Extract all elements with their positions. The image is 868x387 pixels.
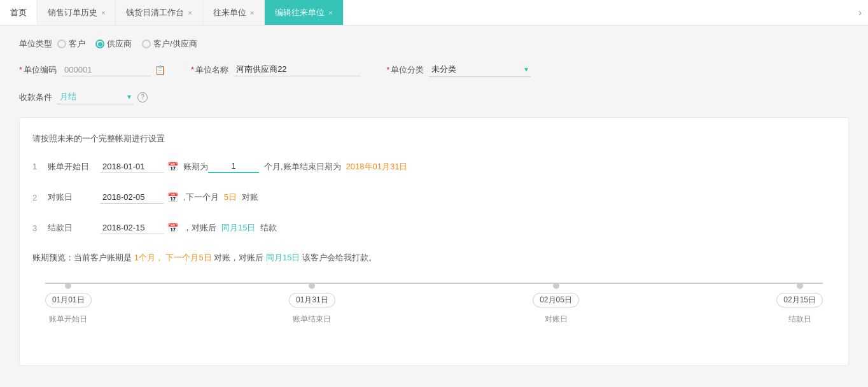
start-date-input[interactable] bbox=[100, 160, 164, 173]
recon-desc-suffix: 对账 bbox=[242, 192, 258, 203]
period-end-date: 2018年01月31日 bbox=[346, 161, 408, 172]
tab-cash-work-label: 钱货日清工作台 bbox=[126, 7, 184, 18]
preview-part1: 1个月， bbox=[134, 253, 164, 262]
unit-type-row: 单位类型 客户 供应商 客户/供应商 bbox=[19, 38, 849, 50]
tl-label-4: 结款日 bbox=[788, 314, 811, 325]
start-date-label: 账单开始日 bbox=[48, 161, 92, 172]
radio-both-circle bbox=[142, 39, 151, 48]
payment-terms-row: 收款条件 月结 ▾ ? bbox=[19, 90, 849, 104]
unit-type-label: 单位类型 bbox=[19, 38, 52, 50]
pay-date-cal-icon[interactable]: 📅 bbox=[167, 223, 178, 233]
billing-row-3: 3 结款日 📅 ，对账后 同月15日 结款 bbox=[32, 222, 836, 234]
row-num-1: 1 bbox=[32, 162, 48, 171]
timeline-node-4: 02月15日 结款日 bbox=[776, 283, 823, 325]
radio-both[interactable]: 客户/供应商 bbox=[142, 38, 197, 50]
tl-dot-2 bbox=[309, 283, 315, 289]
close-sales-history[interactable]: × bbox=[101, 9, 105, 17]
tl-label-1: 账单开始日 bbox=[49, 314, 87, 325]
radio-supplier-circle bbox=[95, 39, 104, 48]
preview-middle: 对账，对账后 bbox=[214, 253, 263, 262]
pay-date-label: 结款日 bbox=[48, 222, 92, 234]
unit-code-group: * 单位编码 📋 bbox=[19, 64, 165, 76]
recon-date-label: 对账日 bbox=[48, 192, 92, 203]
tab-partner[interactable]: 往来单位 × bbox=[203, 0, 265, 25]
tl-badge-2: 01月31日 bbox=[289, 293, 335, 307]
pay-desc-suffix: 结款 bbox=[260, 222, 277, 234]
unit-category-arrow: ▾ bbox=[524, 65, 528, 74]
tab-home[interactable]: 首页 bbox=[0, 0, 38, 25]
page-content: 单位类型 客户 供应商 客户/供应商 * 单位编码 📋 * 单位名称 bbox=[0, 25, 868, 387]
billing-row-1: 1 账单开始日 📅 账期为 个月,账单结束日期为 2018年01月31日 bbox=[32, 160, 836, 173]
unit-code-copy-icon[interactable]: 📋 bbox=[155, 65, 165, 75]
unit-name-label: 单位名称 bbox=[195, 64, 228, 76]
preview-suffix: 该客户会给我打款。 bbox=[302, 253, 377, 262]
close-partner[interactable]: × bbox=[250, 9, 254, 17]
tl-dot-4 bbox=[797, 283, 803, 289]
preview-part2: 下一个月5日 bbox=[165, 253, 211, 262]
tab-sales-history[interactable]: 销售订单历史 × bbox=[38, 0, 116, 25]
radio-both-label: 客户/供应商 bbox=[153, 38, 197, 50]
pay-date-input[interactable] bbox=[100, 222, 164, 234]
unit-code-input[interactable] bbox=[62, 64, 151, 76]
recon-desc-prefix: ,下一个月 bbox=[183, 192, 219, 203]
close-edit-partner[interactable]: × bbox=[328, 9, 332, 17]
row-num-3: 3 bbox=[32, 223, 48, 233]
help-icon[interactable]: ? bbox=[137, 92, 148, 102]
section-title: 请按照未来的一个完整帐期进行设置 bbox=[32, 133, 836, 144]
period-value-input[interactable] bbox=[208, 160, 259, 173]
tl-badge-3: 02月05日 bbox=[533, 293, 579, 307]
tl-badge-1: 01月01日 bbox=[45, 293, 92, 307]
period-suffix: 个月,账单结束日期为 bbox=[264, 161, 341, 172]
unit-category-group: * 单位分类 未分类 ▾ bbox=[386, 62, 531, 77]
tab-sales-history-label: 销售订单历史 bbox=[48, 7, 97, 18]
radio-customer-circle bbox=[57, 39, 66, 48]
unit-name-required: * bbox=[191, 65, 194, 74]
tab-edit-partner[interactable]: 编辑往来单位 × bbox=[265, 0, 343, 25]
close-cash-work[interactable]: × bbox=[188, 9, 192, 17]
pay-desc-prefix: ，对账后 bbox=[183, 222, 216, 234]
recon-date-cal-icon[interactable]: 📅 bbox=[167, 192, 178, 202]
payment-terms-dropdown[interactable]: 月结 ▾ bbox=[57, 90, 134, 104]
timeline-node-1: 01月01日 账单开始日 bbox=[45, 283, 92, 325]
tabs-bar: 首页 销售订单历史 × 钱货日清工作台 × 往来单位 × 编辑往来单位 × › bbox=[0, 0, 868, 25]
payment-terms-label: 收款条件 bbox=[19, 92, 52, 103]
tab-home-label: 首页 bbox=[10, 7, 27, 18]
tab-cash-work[interactable]: 钱货日清工作台 × bbox=[116, 0, 202, 25]
start-date-cal-icon[interactable]: 📅 bbox=[167, 162, 178, 172]
timeline-node-2: 01月31日 账单结束日 bbox=[289, 283, 335, 325]
billing-row-2: 2 对账日 📅 ,下一个月 5日 对账 bbox=[32, 191, 836, 204]
payment-terms-value: 月结 bbox=[60, 91, 125, 102]
unit-category-required: * bbox=[386, 65, 389, 74]
preview-part3: 同月15日 bbox=[266, 253, 300, 262]
tl-label-2: 账单结束日 bbox=[293, 314, 331, 325]
period-prefix: 账期为 bbox=[183, 161, 208, 172]
radio-supplier-label: 供应商 bbox=[107, 38, 132, 50]
payment-terms-arrow: ▾ bbox=[127, 92, 131, 101]
preview-prefix: 账期预览：当前客户账期是 bbox=[32, 253, 132, 262]
unit-category-label: 单位分类 bbox=[391, 64, 424, 76]
unit-code-required: * bbox=[19, 65, 22, 74]
preview-text: 账期预览：当前客户账期是 1个月， 下一个月5日 对账，对账后 同月15日 该客… bbox=[32, 252, 836, 264]
recon-day-highlight: 5日 bbox=[224, 192, 237, 203]
unit-category-dropdown[interactable]: 未分类 ▾ bbox=[429, 62, 531, 77]
unit-category-value: 未分类 bbox=[431, 64, 522, 75]
recon-date-input[interactable] bbox=[100, 191, 164, 204]
timeline-nodes: 01月01日 账单开始日 01月31日 账单结束日 02月05日 对账日 bbox=[45, 283, 823, 325]
radio-customer-label: 客户 bbox=[69, 38, 85, 50]
pay-day-highlight: 同月15日 bbox=[221, 222, 255, 234]
tab-partner-label: 往来单位 bbox=[213, 7, 246, 18]
unit-code-label: 单位编码 bbox=[24, 64, 57, 76]
tabs-more-arrow[interactable]: › bbox=[852, 0, 868, 25]
billing-section: 请按照未来的一个完整帐期进行设置 1 账单开始日 📅 账期为 个月,账单结束日期… bbox=[19, 117, 849, 366]
unit-type-radio-group: 客户 供应商 客户/供应商 bbox=[57, 38, 197, 50]
timeline-node-3: 02月05日 对账日 bbox=[533, 283, 579, 325]
tl-badge-4: 02月15日 bbox=[776, 293, 823, 307]
radio-customer[interactable]: 客户 bbox=[57, 38, 85, 50]
unit-info-row: * 单位编码 📋 * 单位名称 * 单位分类 未分类 ▾ bbox=[19, 62, 849, 77]
timeline-container: 01月01日 账单开始日 01月31日 账单结束日 02月05日 对账日 bbox=[32, 276, 836, 350]
radio-supplier[interactable]: 供应商 bbox=[95, 38, 132, 50]
tl-label-3: 对账日 bbox=[545, 314, 568, 325]
tl-dot-1 bbox=[65, 283, 71, 289]
unit-name-input[interactable] bbox=[234, 64, 361, 76]
tl-dot-3 bbox=[553, 283, 559, 289]
